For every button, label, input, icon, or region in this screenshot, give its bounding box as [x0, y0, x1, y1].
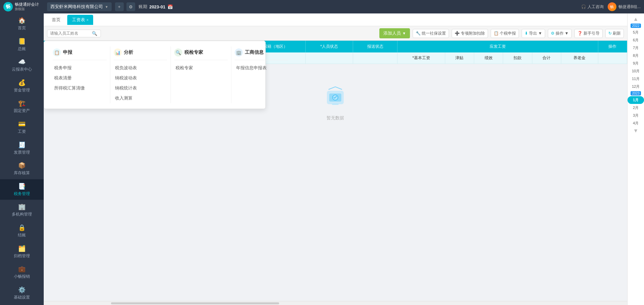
no-data-text: 暂无数据: [327, 115, 344, 121]
tab-close-btn[interactable]: ×: [86, 18, 88, 22]
special-deduction-btn[interactable]: ➕ 专项附加扣除: [452, 29, 488, 38]
sidebar-item-salary[interactable]: 💳 工资: [0, 117, 44, 138]
sidebar-item-home[interactable]: 🏠 首页: [0, 13, 44, 34]
search-wrap: 🔍: [47, 30, 101, 37]
tax-expert-icon: 🔍: [174, 48, 182, 56]
sidebar-item-expense[interactable]: 💼 小畅报销: [0, 262, 44, 283]
menu-section-declaration-title: 📋 申报: [53, 46, 107, 60]
sidebar-item-label: 云报表中心: [12, 67, 32, 72]
menu-section-tax-expert: 🔍 税检专家 税检专家: [171, 46, 231, 103]
ledger-icon: 📒: [18, 38, 26, 45]
sidebar-item-label: 归档管理: [14, 254, 30, 259]
sidebar-item-cloud-report[interactable]: ☁️ 云报表中心: [0, 55, 44, 76]
service-btn[interactable]: 🎧 人工咨询: [581, 4, 604, 10]
timeline-prev-btn[interactable]: ▲: [633, 15, 639, 23]
calendar-icon[interactable]: 📅: [167, 4, 173, 9]
timeline-month-3[interactable]: 3月: [628, 112, 644, 119]
timeline-month-10[interactable]: 10月: [628, 67, 644, 75]
add-person-btn[interactable]: 添加人员 ▼: [379, 28, 410, 38]
period-area: 账期 2023-01 📅: [139, 4, 173, 10]
guide-btn[interactable]: ❓ 新手引导: [574, 29, 603, 38]
timeline-month-2[interactable]: 2月: [628, 104, 644, 112]
analysis-icon: 📊: [114, 48, 122, 56]
menu-item-tax-clearance[interactable]: 税表清册: [53, 73, 107, 83]
sidebar-item-label: 首页: [18, 26, 26, 31]
menu-section-business-info-title: 🏢 工商信息: [235, 46, 288, 60]
timeline-month-7[interactable]: 7月: [628, 44, 644, 52]
th-performance: 绩效: [474, 52, 503, 64]
tab-salary-sheet[interactable]: 工资表 ×: [67, 15, 93, 25]
declaration-icon: 📋: [53, 48, 61, 56]
menu-item-tax-burden[interactable]: 税负波动表: [114, 63, 167, 73]
menu-section-declaration: 📋 申报 税务申报 税表清册 所得税汇算清缴: [49, 46, 110, 103]
operate-label: 操作: [556, 31, 564, 36]
menu-item-tax-stats[interactable]: 纳税统计表: [114, 83, 167, 93]
tax-return-btn[interactable]: 📋 个税申报: [491, 29, 519, 38]
timeline-month-4[interactable]: 4月: [628, 119, 644, 127]
th-base-salary: *基本工资: [397, 52, 445, 64]
company-selector[interactable]: 西安虾米网络科技有限公司 ▼: [47, 2, 112, 11]
scrollbar-thumb[interactable]: [111, 302, 279, 304]
sidebar-item-ledger[interactable]: 📒 总账: [0, 34, 44, 55]
th-deduction: 扣款: [503, 52, 532, 64]
tab-home-label: 首页: [52, 17, 61, 23]
sidebar-item-guide[interactable]: 🚀 新手引导: [0, 303, 44, 305]
timeline-month-9[interactable]: 9月: [628, 60, 644, 67]
sidebar-item-inventory[interactable]: 📦 库存核算: [0, 158, 44, 179]
user-area[interactable]: 畅 畅捷通B组...: [608, 2, 641, 11]
menu-item-income-estimate[interactable]: 收入测算: [114, 93, 167, 103]
menu-item-tax-fluctuation[interactable]: 纳税波动表: [114, 73, 167, 83]
search-input[interactable]: [50, 31, 90, 36]
social-insurance-label: 统一社保设置: [422, 31, 446, 36]
menu-item-tax-declaration[interactable]: 税务申报: [53, 63, 107, 73]
timeline-month-5[interactable]: 5月: [628, 29, 644, 36]
operate-btn[interactable]: ⚙ 操作 ▼: [548, 29, 572, 38]
home-icon: 🏠: [18, 17, 26, 24]
search-icon: 🔍: [92, 31, 97, 36]
salary-icon: 💳: [18, 120, 26, 128]
timeline-month-12[interactable]: 12月: [628, 83, 644, 90]
export-btn[interactable]: ⬇ 导出 ▼: [522, 29, 545, 38]
social-insurance-btn[interactable]: 🔧 统一社保设置: [413, 29, 449, 38]
export-icon: ⬇: [525, 31, 528, 36]
svg-rect-3: [332, 104, 339, 105]
archive-icon: 🗂️: [18, 245, 26, 252]
sidebar-item-label: 工资: [18, 129, 26, 135]
timeline-year-2022: 2022: [631, 24, 641, 28]
menu-section-tax-expert-title: 🔍 税检专家: [174, 46, 228, 60]
headset-icon: 🎧: [581, 4, 586, 9]
company-name: 西安虾米网络科技有限公司: [50, 4, 103, 10]
inventory-icon: 📦: [18, 162, 26, 169]
timeline-next-btn[interactable]: ▼: [633, 127, 639, 135]
sidebar-item-funds[interactable]: 💰 资金管理: [0, 76, 44, 97]
sidebar-item-label: 总账: [18, 46, 26, 52]
menu-item-tax-expert[interactable]: 税检专家: [174, 63, 228, 73]
period-value: 2023-01: [149, 4, 165, 9]
sidebar-item-multi-org[interactable]: 🏢 多机构管理: [0, 200, 44, 221]
timeline-month-6[interactable]: 6月: [628, 36, 644, 44]
main-layout: 🏠 首页 📒 总账 ☁️ 云报表中心 💰 资金管理 🏗️ 固定资产 💳 工资 🧾…: [0, 13, 644, 305]
sidebar-item-basic-settings[interactable]: ⚙️ 基础设置: [0, 283, 44, 304]
social-insurance-icon: 🔧: [416, 31, 421, 36]
sidebar-item-tax[interactable]: 📑 税务管理: [0, 179, 44, 200]
menu-item-annual-report[interactable]: 年报信息申报表: [235, 63, 288, 73]
sidebar-item-archive[interactable]: 🗂️ 归档管理: [0, 241, 44, 262]
special-deduction-label: 专项附加扣除: [461, 31, 485, 36]
timeline-month-8[interactable]: 8月: [628, 52, 644, 60]
timeline-month-11[interactable]: 11月: [628, 75, 644, 83]
menu-section-analysis: 📊 分析 税负波动表 纳税波动表 纳税统计表 收入测算: [110, 46, 171, 103]
add-company-btn[interactable]: ＋: [115, 2, 124, 11]
company-dropdown-arrow: ▼: [105, 5, 108, 9]
sidebar-item-invoice[interactable]: 🧾 发票管理: [0, 138, 44, 159]
sidebar-item-close[interactable]: 🔒 结账: [0, 221, 44, 241]
timeline-month-1-active[interactable]: 1月: [628, 96, 644, 104]
tab-home[interactable]: 首页: [47, 15, 65, 25]
refresh-btn[interactable]: ↻ 刷新: [605, 29, 624, 38]
menu-item-income-tax-final[interactable]: 所得税汇算清缴: [53, 83, 107, 93]
add-person-arrow: ▼: [402, 31, 406, 35]
settings-icon: ⚙️: [18, 286, 26, 294]
sidebar-item-fixed-assets[interactable]: 🏗️ 固定资产: [0, 96, 44, 117]
special-deduction-icon: ➕: [455, 31, 460, 36]
settings-btn[interactable]: ⚙: [126, 2, 135, 11]
export-label: 导出: [529, 31, 537, 36]
